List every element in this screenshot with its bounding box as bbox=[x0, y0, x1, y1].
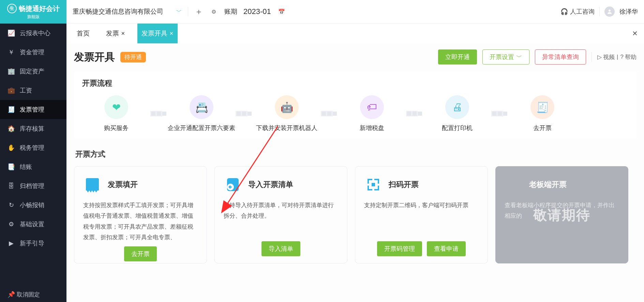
sidebar-item-fixed-assets[interactable]: 🏢固定资产 bbox=[0, 62, 66, 81]
company-select[interactable]: 重庆畅捷交通信息咨询有限公司 ﹀ bbox=[73, 7, 182, 16]
sidebar-item-close[interactable]: 📑结账 bbox=[0, 157, 66, 176]
avatar[interactable] bbox=[604, 6, 615, 17]
tab-invoice[interactable]: 发票✕ bbox=[102, 24, 129, 43]
flow-title: 开票流程 bbox=[82, 78, 628, 88]
video-link[interactable]: ▷视频 bbox=[597, 53, 615, 61]
refresh-icon: ↻ bbox=[8, 201, 15, 209]
flow-step[interactable]: 🖨 配置打印机 bbox=[423, 95, 491, 132]
tab-invoice-issue[interactable]: 发票开具✕ bbox=[137, 24, 178, 43]
close-icon[interactable]: ✕ bbox=[169, 31, 174, 36]
brand-name: 畅捷通好会计 bbox=[19, 4, 60, 13]
step-label: 去开票 bbox=[533, 124, 552, 132]
step-label: 下载并安装开票机器人 bbox=[256, 124, 317, 132]
step-icon: 🏷 bbox=[360, 95, 384, 119]
invoice-settings-button[interactable]: 开票设置﹀ bbox=[482, 49, 529, 64]
svg-rect-5 bbox=[372, 183, 375, 186]
card-desc: 支持导入待开票清单，可对待开票清单进行拆分、合并处理。 bbox=[224, 200, 338, 238]
step-label: 购买服务 bbox=[104, 124, 129, 132]
money-icon: ￥ bbox=[8, 48, 15, 56]
open-now-button[interactable]: 立即开通 bbox=[438, 49, 477, 64]
user-name[interactable]: 徐泽华 bbox=[619, 8, 638, 16]
add-icon[interactable]: ＋ bbox=[194, 7, 203, 16]
company-name: 重庆畅捷交通信息咨询有限公司 bbox=[73, 7, 163, 16]
card-desc: 支持按照发票样式手工填开发票；可开具增值税电子普通发票、增值税普通发票、增值税专… bbox=[83, 200, 198, 243]
sidebar-item-funds[interactable]: ￥资金管理 bbox=[0, 43, 66, 62]
card-action-button[interactable]: 查看申请 bbox=[427, 241, 466, 256]
support-label: 人工咨询 bbox=[570, 8, 595, 16]
tab-label: 发票 bbox=[106, 29, 119, 38]
sidebar-item-settings[interactable]: ⚙基础设置 bbox=[0, 215, 66, 234]
svg-rect-1 bbox=[86, 178, 99, 190]
support-link[interactable]: 🎧 人工咨询 bbox=[560, 8, 595, 16]
sidebar-item-label: 资金管理 bbox=[20, 48, 44, 56]
divider bbox=[591, 52, 592, 62]
step-separator bbox=[150, 111, 167, 116]
period-label: 账期 bbox=[224, 7, 237, 16]
modes-title: 开票方式 bbox=[75, 149, 636, 159]
calendar-icon[interactable]: 📅 bbox=[277, 7, 286, 16]
card-action-button[interactable]: 去开票 bbox=[124, 246, 157, 261]
button-label: 开票设置 bbox=[490, 53, 514, 61]
tabs: 首页 发票✕ 发票开具✕ ✕ bbox=[66, 24, 644, 43]
mode-card: 发票填开 支持按照发票样式手工填开发票；可开具增值税电子普通发票、增值税普通发票… bbox=[74, 166, 207, 263]
flow-step[interactable]: 🧾 去开票 bbox=[508, 95, 576, 132]
lock-icon: 📑 bbox=[8, 163, 15, 171]
step-icon: 🤖 bbox=[275, 95, 299, 119]
sidebar-item-label: 小畅报销 bbox=[20, 201, 44, 209]
close-icon[interactable]: ✕ bbox=[121, 31, 125, 36]
step-separator bbox=[321, 111, 338, 116]
meta-label: 帮助 bbox=[625, 53, 636, 61]
flow-step[interactable]: 🤖 下载并安装开票机器人 bbox=[253, 95, 321, 132]
invoice-icon: 🧾 bbox=[8, 106, 15, 113]
sidebar-item-guide[interactable]: ▶新手引导 bbox=[0, 234, 66, 253]
card-title: 老板端开票 bbox=[529, 179, 567, 190]
step-icon: 🖨 bbox=[445, 95, 469, 119]
sidebar-item-label: 归档管理 bbox=[20, 182, 44, 190]
tab-label: 发票开具 bbox=[141, 29, 167, 38]
sidebar-item-archive[interactable]: 🗄归档管理 bbox=[0, 176, 66, 196]
card-title: 扫码开票 bbox=[389, 179, 419, 190]
sidebar-pin-toggle[interactable]: 📌 取消固定 bbox=[0, 287, 66, 302]
sidebar-item-expense[interactable]: ↻小畅报销 bbox=[0, 196, 66, 215]
sidebar-item-report-center[interactable]: 📈云报表中心 bbox=[0, 24, 66, 43]
tab-label: 首页 bbox=[77, 29, 90, 38]
sidebar-item-tax[interactable]: ✋税务管理 bbox=[0, 138, 66, 157]
flow-step[interactable]: ❤ 购买服务 bbox=[82, 95, 150, 132]
step-separator bbox=[406, 111, 423, 116]
sidebar-item-salary[interactable]: 💼工资 bbox=[0, 81, 66, 100]
headset-icon: 🎧 bbox=[560, 8, 568, 15]
sidebar-item-label: 固定资产 bbox=[20, 67, 44, 75]
card-title: 发票填开 bbox=[108, 179, 138, 190]
step-icon: 🧾 bbox=[530, 95, 554, 119]
card-icon bbox=[224, 175, 242, 194]
flow-section: 开票流程 ❤ 购买服务 📇 企业开通配置开票六要素 🤖 下载并安装开票机器人 🏷… bbox=[74, 71, 636, 139]
page-title: 发票开具 bbox=[74, 50, 115, 64]
sidebar-item-label: 云报表中心 bbox=[20, 29, 50, 37]
tabs-close-all[interactable]: ✕ bbox=[629, 28, 641, 39]
step-separator bbox=[236, 111, 253, 116]
wallet-icon: 💼 bbox=[8, 87, 15, 94]
flow-step[interactable]: 🏷 新增税盘 bbox=[338, 95, 406, 132]
sidebar-item-inventory[interactable]: 🏠库存核算 bbox=[0, 119, 66, 138]
flow-step[interactable]: 📇 企业开通配置开票六要素 bbox=[167, 95, 236, 132]
status-badge: 待开通 bbox=[120, 52, 146, 62]
step-icon: ❤ bbox=[104, 95, 128, 119]
card-action-button[interactable]: 导入清单 bbox=[261, 241, 300, 256]
divider bbox=[188, 7, 188, 16]
tab-home[interactable]: 首页 bbox=[73, 24, 94, 43]
content: 发票开具 待开通 立即开通 开票设置﹀ 异常清单查询 ▷视频 | ?帮助 开票流… bbox=[66, 43, 644, 302]
chart-icon: 📈 bbox=[8, 29, 15, 37]
step-label: 企业开通配置开票六要素 bbox=[168, 124, 235, 132]
help-link[interactable]: ?帮助 bbox=[620, 53, 636, 61]
sidebar-item-invoice[interactable]: 🧾发票管理 bbox=[0, 100, 66, 119]
sidebar-bottom-label: 取消固定 bbox=[17, 291, 40, 298]
mode-card: 扫码开票 支持定制开票二维码，客户端可扫码开票 开票码管理查看申请 bbox=[355, 166, 488, 263]
card-action-button[interactable]: 开票码管理 bbox=[377, 241, 422, 256]
brand-logo-icon: 生 bbox=[7, 4, 17, 13]
gear-icon[interactable]: ⚙ bbox=[209, 7, 218, 16]
sidebar: 生 畅捷通好会计 旗舰版 📈云报表中心 ￥资金管理 🏢固定资产 💼工资 🧾发票管… bbox=[0, 0, 66, 302]
sidebar-item-label: 库存核算 bbox=[20, 125, 44, 133]
overlay-text: 敬请期待 bbox=[533, 205, 590, 224]
play-icon: ▶ bbox=[8, 240, 15, 247]
exception-list-button[interactable]: 异常清单查询 bbox=[535, 49, 586, 64]
